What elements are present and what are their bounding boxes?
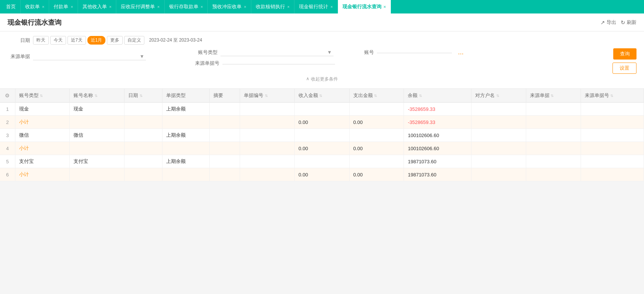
cell-summary (209, 129, 240, 142)
date-btn-custom[interactable]: 自定义 (124, 36, 144, 45)
collapse-bar[interactable]: ∧ 收起更多条件 (8, 74, 636, 84)
cell-date (125, 103, 162, 116)
query-button[interactable]: 查询 (613, 48, 636, 60)
cell-account-name: 微信 (70, 129, 125, 142)
table-row: 6小计0.000.0019871073.60 (0, 168, 644, 181)
sort-icon: ⇅ (496, 94, 499, 98)
col-account-name[interactable]: 账号名称 ⇅ (70, 89, 125, 103)
cell-balance: 19871073.60 (404, 155, 471, 168)
cell-counterparty (471, 168, 526, 181)
nav-receipt[interactable]: 收款单 × (21, 0, 49, 13)
close-icon[interactable]: × (201, 4, 203, 9)
cell-date (125, 142, 162, 155)
row-no: 1 (0, 103, 15, 116)
cell-counterparty (471, 103, 526, 116)
cell-doc-no (240, 103, 294, 116)
source-doc-label: 来源单据 (8, 53, 30, 60)
dropdown-icon: ▼ (327, 49, 332, 55)
sort-icon: ⇅ (374, 94, 377, 98)
nav-other-income[interactable]: 其他收入单 × (78, 0, 116, 13)
cell-doc-type: 上期余额 (162, 129, 210, 142)
sort-icon: ⇅ (419, 94, 422, 98)
nav-home[interactable]: 首页 (2, 0, 21, 13)
cell-income (294, 129, 349, 142)
cell-balance: 100102606.60 (404, 142, 471, 155)
source-doc-no-label: 来源单据号 (195, 60, 219, 67)
cell-expense: 0.00 (349, 168, 404, 181)
data-table-container: ⚙ 账号类型 ⇅ 账号名称 ⇅ 日期 ⇅ 单据类型 摘要 (0, 89, 644, 181)
close-icon[interactable]: × (109, 4, 111, 9)
nav-payment[interactable]: 付款单 × (49, 0, 78, 13)
cell-balance: -3528659.33 (404, 103, 471, 116)
cell-summary (209, 103, 240, 116)
col-date[interactable]: 日期 ⇅ (125, 89, 162, 103)
nav-bank-deposit[interactable]: 银行存取款单 × (165, 0, 208, 13)
close-icon[interactable]: × (71, 4, 73, 9)
source-doc-no-input[interactable] (222, 63, 335, 64)
col-summary: 摘要 (209, 89, 240, 103)
cell-doc-no (240, 155, 294, 168)
cell-source-doc (526, 103, 581, 116)
cell-account-type: 微信 (15, 129, 70, 142)
col-expense[interactable]: 支出金额 ⇅ (349, 89, 404, 103)
nav-bank-stats[interactable]: 现金银行统计 × (294, 0, 338, 13)
col-counterparty[interactable]: 对方户名 ⇅ (471, 89, 526, 103)
source-doc-select[interactable]: ▼ (33, 53, 146, 60)
cell-account-type: 支付宝 (15, 155, 70, 168)
refresh-button[interactable]: ↻ 刷新 (621, 19, 636, 26)
close-icon[interactable]: × (384, 4, 386, 9)
cell-account-name (70, 168, 125, 181)
nav-adjustment[interactable]: 应收应付调整单 × (116, 0, 164, 13)
nav-verify[interactable]: 收款核销执行 × (251, 0, 294, 13)
cell-income (294, 155, 349, 168)
row-no: 5 (0, 155, 15, 168)
cell-source-doc (526, 142, 581, 155)
date-btn-1month[interactable]: 近1月 (87, 36, 106, 45)
refresh-icon: ↻ (621, 19, 625, 25)
col-setting[interactable]: ⚙ (0, 89, 15, 103)
close-icon[interactable]: × (287, 4, 290, 9)
table-row: 3微信微信上期余额100102606.60 (0, 129, 644, 142)
cell-doc-no (240, 116, 294, 129)
col-doc-no[interactable]: 单据编号 ⇅ (240, 89, 294, 103)
cell-summary (209, 168, 240, 181)
nav-prepay[interactable]: 预收冲应收单 × (208, 0, 251, 13)
cell-doc-type: 上期余额 (162, 155, 210, 168)
cell-summary (209, 116, 240, 129)
row-no: 3 (0, 129, 15, 142)
close-icon[interactable]: × (42, 4, 44, 9)
account-type-select[interactable]: ▼ (221, 49, 333, 56)
col-account-type[interactable]: 账号类型 ⇅ (15, 89, 70, 103)
col-source-doc-no[interactable]: 来源单据号 ⇅ (581, 89, 644, 103)
more-options-button[interactable]: ... (458, 48, 464, 56)
data-table: ⚙ 账号类型 ⇅ 账号名称 ⇅ 日期 ⇅ 单据类型 摘要 (0, 89, 644, 181)
account-no-input[interactable] (377, 51, 452, 53)
sort-icon: ⇅ (40, 94, 43, 98)
nav-bank-flow[interactable]: 现金银行流水查询 × (338, 0, 391, 13)
filter-area: 日期 昨天 今天 近7天 近1月 更多 自定义 2023-02-24 至 202… (0, 31, 644, 89)
date-btn-yesterday[interactable]: 昨天 (33, 36, 49, 45)
sort-icon: ⇅ (95, 94, 98, 98)
cell-source-doc (526, 116, 581, 129)
settings-button[interactable]: 设置 (612, 63, 636, 74)
col-balance[interactable]: 余额 ⇅ (404, 89, 471, 103)
cell-date (125, 116, 162, 129)
table-row: 1现金现金上期余额-3528659.33 (0, 103, 644, 116)
close-icon[interactable]: × (330, 4, 333, 9)
date-btn-7days[interactable]: 近7天 (68, 36, 86, 45)
page-title: 现金银行流水查询 (8, 18, 62, 27)
close-icon[interactable]: × (157, 4, 159, 9)
cell-account-type: 现金 (15, 103, 70, 116)
date-btn-more[interactable]: 更多 (107, 36, 123, 45)
cell-counterparty (471, 142, 526, 155)
date-btn-today[interactable]: 今天 (50, 36, 66, 45)
top-navigation: 首页 收款单 × 付款单 × 其他收入单 × 应收应付调整单 × 银行存取款单 … (0, 0, 644, 13)
export-button[interactable]: ↗ 导出 (600, 19, 616, 26)
col-income[interactable]: 收入金额 ⇅ (294, 89, 349, 103)
col-source-doc[interactable]: 来源单据 ⇅ (526, 89, 581, 103)
table-body: 1现金现金上期余额-3528659.332小计0.000.00-3528659.… (0, 103, 644, 181)
col-doc-type: 单据类型 (162, 89, 210, 103)
date-options: 昨天 今天 近7天 近1月 更多 自定义 (33, 36, 144, 45)
filter-row-account: 账号类型 ▼ 账号 ... (195, 48, 605, 56)
close-icon[interactable]: × (244, 4, 246, 9)
